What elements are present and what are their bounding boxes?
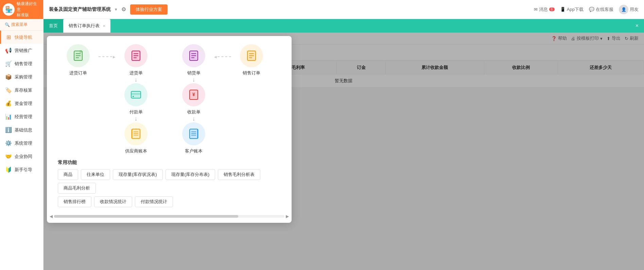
inventory-icon: 🏷️: [5, 87, 12, 93]
user-profile[interactable]: 👤 用友: [619, 5, 639, 14]
system-title: 装备及固定资产辅助管理系统: [49, 6, 111, 13]
tabs-bar: 首页 销售订单执行表 × ×: [43, 19, 644, 33]
guide-icon: 🔰: [5, 166, 12, 173]
payment-label: 付款单: [129, 109, 143, 115]
sales-bill-circle: [182, 44, 205, 67]
flow-node-supplier-ledger[interactable]: 供应商账本: [116, 122, 156, 154]
tab-home[interactable]: 首页: [43, 19, 63, 33]
flow-row-1: 进货订单 ▶ 进货单: [58, 44, 281, 76]
tab-sales-order[interactable]: 销售订单执行表 ×: [63, 19, 110, 33]
svg-point-23: [133, 96, 134, 97]
scroll-right-icon[interactable]: ▶: [286, 214, 289, 219]
btn-product-profit[interactable]: 商品毛利分析: [58, 183, 96, 194]
experience-button[interactable]: 体验行业方案: [130, 4, 168, 15]
sidebar-item-sales[interactable]: 🛒 销售管理: [0, 57, 43, 70]
purchase-icon: 📦: [5, 74, 12, 80]
online-service-button[interactable]: 💬 在线客服: [589, 6, 613, 13]
purchase-order-label: 进货订单: [69, 70, 87, 76]
svg-rect-33: [190, 129, 198, 139]
flow-row-arrows: ↓ ↓: [58, 76, 281, 83]
sales-order-label: 销售订单: [243, 70, 260, 76]
sidebar-item-marketing[interactable]: 📢 营销推广: [0, 44, 43, 57]
main-area: 装备及固定资产辅助管理系统 ▾ ⚙ 体验行业方案 ✉ 消息 6 📱 App下载 …: [43, 0, 644, 270]
sidebar-search[interactable]: 🔍 搜索菜单: [0, 19, 43, 31]
btn-sales-rank[interactable]: 销售排行榜: [58, 196, 91, 207]
logo-text: 畅康通好生意 标准版: [17, 1, 40, 18]
sidebar: 🏪 畅康通好生意 标准版 🔍 搜索菜单 ⊞ 快捷导航 📢 营销推广 🛒 销售管理…: [0, 0, 43, 270]
sidebar-item-operation[interactable]: 📊 经营管理: [0, 110, 43, 123]
customer-ledger-label: 客户账本: [185, 148, 203, 154]
btn-sales-profit[interactable]: 销售毛利分析表: [218, 169, 260, 180]
quick-nav-icon: ⊞: [5, 34, 12, 40]
flow-node-customer-ledger[interactable]: 客户账本: [173, 122, 214, 154]
receipt-label: 收款单: [187, 109, 201, 115]
flow-node-sales-bill[interactable]: 销货单: [173, 44, 214, 76]
btn-stock-dist[interactable]: 现存量(库存分布表): [166, 169, 215, 180]
arrow-purchase-to-bill: ▶: [99, 55, 116, 59]
tab-close-icon[interactable]: ×: [103, 24, 105, 28]
sidebar-item-basic[interactable]: ℹ️ 基础信息: [0, 123, 43, 137]
purchase-bill-circle: [124, 44, 147, 67]
marketing-icon: 📢: [5, 47, 12, 54]
supplier-ledger-label: 供应商账本: [125, 148, 147, 154]
sidebar-item-finance[interactable]: 💰 资金管理: [0, 97, 43, 110]
arrow-down-sales: ↓: [192, 76, 195, 83]
collab-icon: 🤝: [5, 153, 12, 160]
gear-icon[interactable]: ⚙: [121, 6, 126, 13]
dropdown-icon[interactable]: ▾: [115, 7, 117, 12]
sidebar-item-purchase[interactable]: 📦 采购管理: [0, 70, 43, 84]
modal-overlay: 进货订单 ▶ 进货单: [43, 33, 644, 270]
sidebar-item-quick-nav[interactable]: ⊞ 快捷导航: [0, 31, 43, 44]
svg-rect-22: [131, 93, 141, 95]
scrollbar-track[interactable]: [54, 215, 284, 218]
svg-rect-32: [131, 129, 133, 139]
payment-circle: [124, 83, 147, 106]
close-main-icon[interactable]: ×: [630, 23, 644, 29]
scroll-left-icon[interactable]: ◀: [50, 214, 53, 219]
flow-row-3: 供应商账本 客户账本: [58, 122, 281, 154]
flow-node-payment[interactable]: 付款单: [116, 83, 156, 115]
common-functions: 常用功能 商品 往来单位 现存量(库存状况表) 现存量(库存分布表) 销售毛利分…: [58, 160, 281, 207]
flow-node-receipt[interactable]: ¥ 收款单: [173, 83, 214, 115]
flow-node-purchase-bill[interactable]: 进货单: [116, 44, 156, 76]
app-download-button[interactable]: 📱 App下载: [560, 6, 584, 13]
content-area: ❓ 帮助 🖨 按模板打印 ▾ ⬆ 导出 ↻ 刷新: [43, 33, 644, 270]
arrow-down-payment: ↓: [135, 115, 138, 122]
arrow-down-receipt: ↓: [192, 115, 195, 122]
logo-icon: 🏪: [3, 3, 15, 16]
flow-row-arrows-2: ↓ ↓: [58, 115, 281, 122]
purchase-order-circle: [67, 44, 90, 67]
message-button[interactable]: ✉ 消息 6: [534, 6, 555, 13]
common-buttons-row2: 销售排行榜 收款情况统计 付款情况统计: [58, 196, 281, 207]
customer-ledger-circle: [182, 122, 205, 145]
flow-node-sales-order[interactable]: 销售订单: [231, 44, 272, 76]
arrow-down-purchase: ↓: [135, 76, 138, 83]
sales-bill-label: 销货单: [187, 70, 201, 76]
message-icon: ✉: [534, 7, 538, 12]
scrollbar-row: ◀ ▶: [47, 214, 292, 220]
svg-rect-27: [132, 129, 140, 139]
flow-node-purchase-order[interactable]: 进货订单: [58, 44, 99, 76]
btn-receipt-stats[interactable]: 收款情况统计: [94, 196, 132, 207]
user-avatar: 👤: [619, 5, 628, 14]
basic-icon: ℹ️: [5, 127, 12, 133]
btn-payment-stats[interactable]: 付款情况统计: [135, 196, 173, 207]
btn-product[interactable]: 商品: [58, 169, 78, 180]
modal-body: 进货订单 ▶ 进货单: [47, 36, 292, 214]
purchase-bill-label: 进货单: [129, 70, 143, 76]
top-header: 装备及固定资产辅助管理系统 ▾ ⚙ 体验行业方案 ✉ 消息 6 📱 App下载 …: [43, 0, 644, 19]
modal-scrollbar-area: ◀ ▶: [47, 214, 292, 223]
sidebar-item-inventory[interactable]: 🏷️ 库存核算: [0, 84, 43, 97]
sales-icon: 🛒: [5, 60, 12, 67]
svg-text:¥: ¥: [192, 92, 195, 97]
sidebar-item-collab[interactable]: 🤝 企业协同: [0, 150, 43, 163]
sidebar-item-system[interactable]: ⚙️ 系统管理: [0, 137, 43, 150]
sales-order-circle: [240, 44, 263, 67]
flow-row-2: 付款单 ¥ 收款单: [58, 83, 281, 115]
app-icon: 📱: [560, 7, 565, 12]
sidebar-item-guide[interactable]: 🔰 新手引导: [0, 163, 43, 176]
svg-rect-38: [197, 129, 198, 139]
btn-contact[interactable]: 往来单位: [81, 169, 110, 180]
finance-icon: 💰: [5, 100, 12, 107]
btn-stock-status[interactable]: 现存量(库存状况表): [113, 169, 163, 180]
